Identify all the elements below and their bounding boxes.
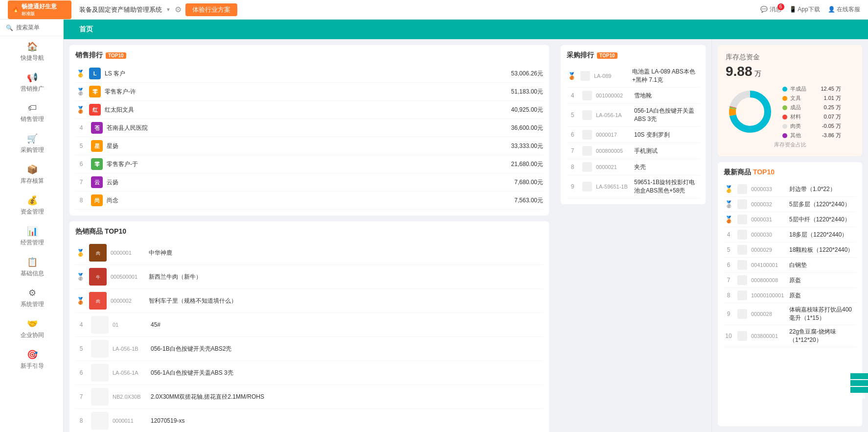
sales-icon: 🏷 <box>28 103 37 113</box>
legend-label: 半成品 <box>790 85 818 93</box>
marketing-icon: 📢 <box>27 72 38 83</box>
sidebar-item-finance[interactable]: 💰 资金管理 <box>0 190 63 221</box>
logo-text: 畅捷通好生意 <box>22 2 57 11</box>
product-thumbnail <box>582 146 592 156</box>
sidebar-item-label: 采购管理 <box>21 146 44 154</box>
app-download-btn[interactable]: 📱 App下载 <box>789 5 820 14</box>
customer-service-button[interactable]: 客服热线 <box>850 373 868 379</box>
product-code: 0000002 <box>111 298 145 304</box>
legend-color-dot <box>782 115 787 120</box>
product-name: 夹壳 <box>634 163 700 171</box>
product-name: 5层中纤（1220*2440） <box>789 216 856 224</box>
sidebar-item-label: 营销推广 <box>21 85 44 93</box>
hot-products-card: 热销商品 TOP10 🥇 肉 0000001 中华神鹿 🥈 <box>69 221 549 432</box>
inventory-legend: 半成品 12.45 万 文具 1.01 万 成品 0 <box>782 85 841 139</box>
sidebar: 🔍 搜索菜单 🏠 快捷导航 📢 营销推广 🏷 销售管理 🛒 采购管理 📦 库存核… <box>0 20 64 432</box>
direct-button[interactable]: 直面 <box>850 387 868 393</box>
product-thumbnail <box>91 388 109 406</box>
system-selector[interactable]: 装备及固定资产辅助管理系统 ▼ <box>79 5 171 14</box>
rank-number: 5 <box>724 246 733 253</box>
rank-number: 9 <box>724 311 733 317</box>
medal-icon: 🥇 <box>724 185 733 193</box>
table-row: 8 0000021 夹壳 <box>567 159 700 175</box>
content-area: 首页 销售排行 TOP10 🥇 L LS 客户 <box>64 20 868 432</box>
list-item: 🥈 牛 000500001 新西兰牛肉（新牛） <box>75 265 543 289</box>
product-code: 0000029 <box>751 247 785 253</box>
rank-number: 10 <box>724 333 733 339</box>
product-thumbnail <box>91 316 109 334</box>
rank-number: 6 <box>75 369 87 376</box>
sidebar-item-system[interactable]: ⚙ 系统管理 <box>0 283 63 313</box>
sidebar-item-quick-nav[interactable]: 🏠 快捷导航 <box>0 36 63 67</box>
customer-name: 零售客户-于 <box>107 160 507 168</box>
table-row: 6 零 零售客户-于 21,680.00元 <box>75 155 543 173</box>
sales-badge: TOP10 <box>106 52 126 59</box>
sidebar-item-basic[interactable]: 📋 基础信息 <box>0 252 63 283</box>
online-service-btn[interactable]: 👤 在线客服 <box>828 5 860 14</box>
product-code: 001000002 <box>596 93 630 98</box>
legend-color-dot <box>782 87 787 92</box>
sidebar-item-label: 企业协同 <box>21 331 44 339</box>
list-item: 5 LA-056-1B 056-1B白色按键开关壳ABS2壳 <box>75 337 543 361</box>
sidebar-search[interactable]: 🔍 搜索菜单 <box>0 20 63 36</box>
product-thumbnail <box>737 230 747 240</box>
purchase-ranking-card: 采购排行 TOP10 🥉 LA-089 电池盖 LA-089 ABS本色+黑种 … <box>561 45 706 204</box>
sidebar-item-operation[interactable]: 📊 经营管理 <box>0 221 63 252</box>
sidebar-item-coop[interactable]: 🤝 企业协同 <box>0 313 63 344</box>
legend-value: 12.45 万 <box>821 85 841 93</box>
product-name: 体碗嘉枝味苏打饮品400毫升（1*15） <box>789 306 856 322</box>
search-label: 搜索菜单 <box>16 24 40 32</box>
inventory-amount: 9.88 <box>726 64 753 79</box>
list-item: 🥉 肉 0000002 智利车子里（规格不知道填什么） <box>75 289 543 313</box>
customer-name: LS 客户 <box>105 70 507 78</box>
product-thumbnail <box>737 331 747 341</box>
product-thumbnail <box>737 290 747 300</box>
sales-amount: 33,333.00元 <box>511 142 543 150</box>
product-name: 5层多层（1220*2440） <box>789 200 856 209</box>
list-item: 🥇 0000033 封边带（1.0*22） <box>724 182 856 197</box>
list-item: 8 0000011 12070519-xs <box>75 409 543 432</box>
list-item: 6 004100001 白钢垫 <box>724 258 856 273</box>
medal-icon: 🥈 <box>75 88 85 96</box>
sidebar-item-inventory[interactable]: 📦 库存核算 <box>0 159 63 190</box>
rank-number: 8 <box>724 292 733 299</box>
product-code: 000500001 <box>111 274 145 280</box>
tab-home[interactable]: 首页 <box>71 20 101 39</box>
sales-amount: 36,600.00元 <box>511 124 543 132</box>
medal-icon: 🥇 <box>75 249 85 257</box>
product-code: 0000030 <box>751 232 785 238</box>
product-code: 01 <box>113 322 147 328</box>
settings-icon[interactable]: ⚙ <box>175 5 182 14</box>
system-icon: ⚙ <box>28 288 36 298</box>
avatar: 尚 <box>91 194 103 206</box>
sales-amount: 7,680.00元 <box>514 178 543 187</box>
message-btn[interactable]: 💬 消息 6 <box>760 5 781 14</box>
table-row: 🥈 零 零售客户-许 51,183.00元 <box>75 83 543 101</box>
sidebar-item-label: 新手引导 <box>21 362 44 370</box>
table-row: 5 星 星扬 33,333.00元 <box>75 137 543 155</box>
product-thumbnail <box>737 309 747 319</box>
product-code: 0000017 <box>596 132 630 138</box>
trial-button[interactable]: 体验行业方案 <box>185 3 237 16</box>
sidebar-item-marketing[interactable]: 📢 营销推广 <box>0 67 63 98</box>
rank-number: 5 <box>567 112 578 119</box>
medal-icon: 🥉 <box>75 297 85 305</box>
legend-color-dot <box>782 96 787 101</box>
sidebar-item-purchase[interactable]: 🛒 采购管理 <box>0 128 63 159</box>
product-thumbnail: 牛 <box>89 268 107 286</box>
product-name: 中华神鹿 <box>149 249 543 257</box>
product-code: 0000033 <box>751 186 785 192</box>
legend-item: 文具 1.01 万 <box>782 95 841 102</box>
product-name: 雪地靴 <box>634 92 700 100</box>
table-row: 🥉 LA-089 电池盖 LA-089 ABS本色+黑种 7.1克 <box>567 65 700 88</box>
search-icon: 🔍 <box>6 24 13 31</box>
sidebar-item-sales[interactable]: 🏷 销售管理 <box>0 98 63 128</box>
community-button[interactable]: 服务社区 <box>850 380 868 386</box>
float-service-panel: 客服热线 服务社区 直面 <box>850 373 868 393</box>
product-thumbnail <box>582 91 592 100</box>
table-row: 9 LA-59651-1B 59651-1B旋转投影灯电池盒ABS黑色+58壳 <box>567 175 700 198</box>
product-name: 18颗粒板（1220*2440） <box>789 246 856 254</box>
sidebar-item-guide[interactable]: 🎯 新手引导 <box>0 344 63 375</box>
product-name: 封边带（1.0*22） <box>789 185 856 193</box>
legend-label: 材料 <box>790 113 821 120</box>
